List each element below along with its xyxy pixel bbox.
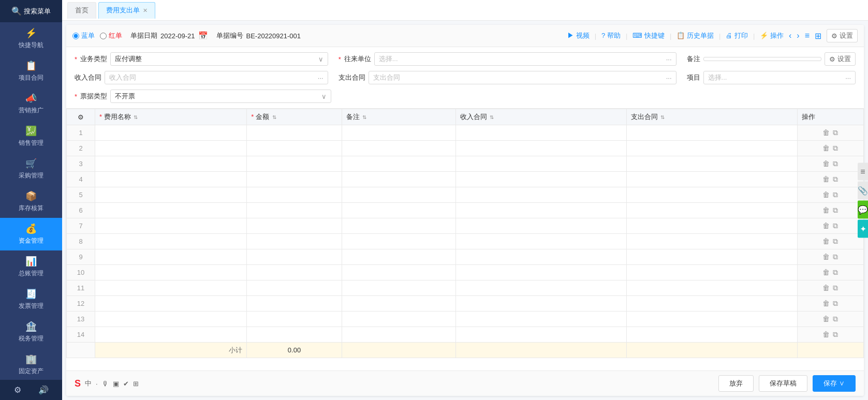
sidebar-item-sales-management[interactable]: 💹销售管理 [0, 120, 62, 153]
sort-income-icon[interactable]: ⇅ [490, 114, 494, 120]
copy-icon[interactable]: ⧉ [833, 221, 838, 230]
copy-icon[interactable]: ⧉ [833, 284, 838, 292]
remark-input[interactable] [703, 57, 821, 61]
delete-icon[interactable]: 🗑 [822, 175, 830, 184]
copy-icon[interactable]: ⧉ [833, 128, 838, 137]
expense-name-cell[interactable] [95, 125, 247, 141]
amount-cell[interactable] [247, 296, 342, 312]
copy-icon[interactable]: ⧉ [833, 144, 838, 153]
expense-contract-cell[interactable] [626, 280, 797, 296]
note-cell[interactable] [342, 296, 455, 312]
delete-icon[interactable]: 🗑 [822, 206, 830, 215]
income-contract-cell[interactable] [455, 249, 626, 265]
income-contract-cell[interactable] [455, 280, 626, 296]
amount-cell[interactable] [247, 265, 342, 280]
sidebar-item-fund-management[interactable]: 💰资金管理 [0, 218, 62, 250]
float-btn-3[interactable]: 💬 [858, 200, 868, 218]
operations-action[interactable]: ⚡ 操作 [760, 31, 784, 40]
income-contract-cell[interactable] [455, 265, 626, 280]
expense-name-cell[interactable] [95, 172, 247, 187]
amount-cell[interactable] [247, 141, 342, 156]
sort-note-icon[interactable]: ⇅ [362, 114, 366, 120]
amount-cell[interactable] [247, 203, 342, 218]
copy-icon[interactable]: ⧉ [833, 159, 838, 168]
amount-cell[interactable] [247, 187, 342, 203]
save-button[interactable]: 保存 ∨ [813, 375, 856, 392]
settings-icon[interactable]: ⚙ [14, 385, 21, 395]
expense-contract-cell[interactable] [626, 141, 797, 156]
expense-contract-cell[interactable] [626, 125, 797, 141]
copy-icon[interactable]: ⧉ [833, 253, 838, 261]
expense-name-cell[interactable] [95, 249, 247, 265]
note-cell[interactable] [342, 141, 455, 156]
delete-icon[interactable]: 🗑 [822, 268, 830, 277]
invoice-type-select[interactable]: 不开票 ∨ [110, 90, 331, 103]
note-cell[interactable] [342, 218, 455, 234]
calendar-icon[interactable]: 📅 [198, 31, 208, 40]
amount-cell[interactable] [247, 125, 342, 141]
note-cell[interactable] [342, 187, 455, 203]
expense-name-cell[interactable] [95, 203, 247, 218]
expense-contract-input[interactable]: 支出合同 ··· [369, 71, 676, 84]
income-contract-cell[interactable] [455, 296, 626, 312]
delete-icon[interactable]: 🗑 [822, 190, 830, 199]
sidebar-header[interactable]: 🔍 搜索菜单 [0, 0, 62, 22]
counterpart-ellipsis[interactable]: ··· [666, 55, 672, 63]
form-settings-button[interactable]: ⚙ 设置 [825, 52, 856, 66]
delete-icon[interactable]: 🗑 [822, 159, 830, 168]
income-contract-cell[interactable] [455, 125, 626, 141]
amount-cell[interactable] [247, 280, 342, 296]
expense-name-cell[interactable] [95, 156, 247, 172]
save-draft-button[interactable]: 保存草稿 [759, 375, 807, 392]
counterpart-input[interactable]: 选择... ··· [374, 52, 676, 66]
amount-cell[interactable] [247, 312, 342, 327]
settings-button[interactable]: ⚙ 设置 [827, 29, 858, 42]
income-contract-cell[interactable] [455, 141, 626, 156]
sort-expense-icon[interactable]: ⇅ [134, 114, 138, 120]
tab-home[interactable]: 首页 [67, 2, 96, 19]
sidebar-item-quick-nav[interactable]: ⚡快捷导航 [0, 22, 62, 55]
expense-name-cell[interactable] [95, 280, 247, 296]
sort-expense-contract-icon[interactable]: ⇅ [660, 114, 665, 120]
expense-contract-cell[interactable] [626, 234, 797, 249]
copy-icon[interactable]: ⧉ [833, 175, 838, 184]
delete-icon[interactable]: 🗑 [822, 284, 830, 292]
copy-icon[interactable]: ⧉ [833, 268, 838, 277]
amount-cell[interactable] [247, 218, 342, 234]
float-btn-1[interactable]: ≡ [858, 162, 868, 180]
tab-close-expense[interactable]: ✕ [143, 7, 148, 14]
nav-next[interactable]: › [797, 31, 799, 40]
sidebar-item-fixed-assets[interactable]: 🏢固定资产 [0, 348, 62, 380]
history-action[interactable]: 📋 历史单据 [676, 31, 714, 40]
income-contract-input[interactable]: 收入合同 ··· [105, 71, 328, 84]
video-action[interactable]: ▶ 视频 [567, 31, 590, 40]
note-cell[interactable] [342, 156, 455, 172]
expense-contract-cell[interactable] [626, 218, 797, 234]
expense-name-cell[interactable] [95, 141, 247, 156]
copy-icon[interactable]: ⧉ [833, 206, 838, 215]
amount-cell[interactable] [247, 249, 342, 265]
expense-contract-cell[interactable] [626, 265, 797, 280]
radio-red[interactable] [100, 33, 107, 39]
income-contract-cell[interactable] [455, 218, 626, 234]
note-cell[interactable] [342, 312, 455, 327]
amount-cell[interactable] [247, 156, 342, 172]
radio-red-label[interactable]: 红单 [100, 31, 122, 40]
delete-icon[interactable]: 🗑 [822, 128, 830, 137]
business-type-select[interactable]: 应付调整 ∨ [110, 52, 328, 66]
expense-contract-cell[interactable] [626, 312, 797, 327]
note-cell[interactable] [342, 172, 455, 187]
float-btn-2[interactable]: 📎 [858, 181, 868, 199]
nav-prev[interactable]: ‹ [789, 31, 791, 40]
income-contract-cell[interactable] [455, 156, 626, 172]
note-cell[interactable] [342, 327, 455, 343]
delete-icon[interactable]: 🗑 [822, 315, 830, 323]
amount-cell[interactable] [247, 234, 342, 249]
delete-icon[interactable]: 🗑 [822, 330, 830, 339]
delete-icon[interactable]: 🗑 [822, 299, 830, 308]
grid-toggle[interactable]: ⊞ [815, 31, 821, 41]
sidebar-item-sales-promotion[interactable]: 📣营销推广 [0, 87, 62, 120]
expense-name-cell[interactable] [95, 327, 247, 343]
sort-amount-icon[interactable]: ⇅ [272, 114, 276, 120]
delete-icon[interactable]: 🗑 [822, 221, 830, 230]
